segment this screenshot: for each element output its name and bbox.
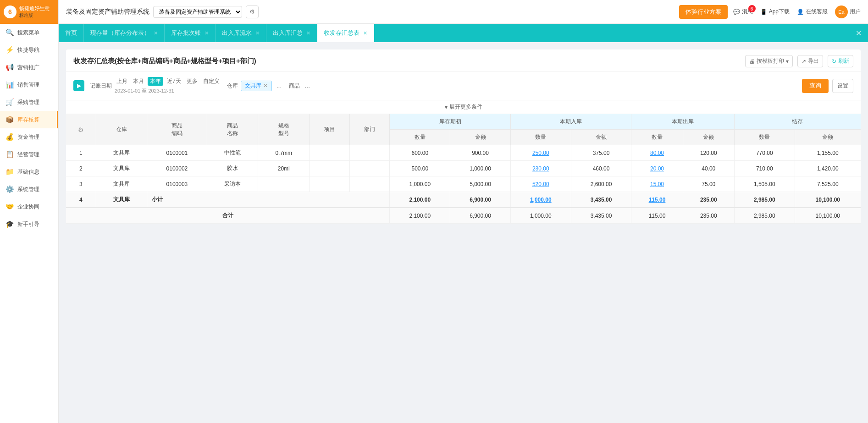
app-download-button[interactable]: 📱 App下载: [760, 8, 790, 16]
row-out-amt: 75.00: [683, 176, 734, 192]
row-in-qty[interactable]: 230.00: [510, 161, 571, 176]
row-opening-amt: 900.00: [450, 145, 511, 161]
date-btn-7days[interactable]: 近7天: [165, 77, 183, 86]
tab-in-out-flow[interactable]: 出入库流水 ✕: [216, 24, 266, 42]
row-closing-amt: 1,155.00: [795, 145, 861, 161]
row-no: 2: [66, 161, 96, 176]
th-dept: 部门: [349, 114, 390, 145]
total-closing-qty: 2,985.00: [734, 208, 795, 224]
filter-settings-button[interactable]: 设置: [832, 79, 853, 93]
row-opening-amt: 1,000.00: [450, 161, 511, 176]
date-btn-custom[interactable]: 自定义: [201, 77, 221, 86]
tab-close-in-out-flow[interactable]: ✕: [255, 30, 260, 36]
row-project: [310, 161, 350, 176]
filter-goods-section: 商品 ...: [289, 82, 312, 90]
row-closing-amt: 7,525.00: [795, 176, 861, 192]
warehouse-tag-close[interactable]: ✕: [263, 82, 268, 89]
query-button[interactable]: 查询: [802, 79, 829, 93]
inventory-icon: 📦: [6, 115, 14, 124]
messages-button[interactable]: 💬 消息 6: [733, 8, 753, 16]
refresh-button[interactable]: ↻ 刷新: [828, 55, 853, 67]
sidebar-item-system[interactable]: ⚙️ 系统管理: [0, 181, 58, 198]
date-btn-more[interactable]: 更多: [185, 77, 199, 86]
tab-close-batch-ledger[interactable]: ✕: [205, 30, 209, 36]
total-in-amt: 3,435.00: [571, 208, 631, 224]
user-menu[interactable]: Ea 用户: [835, 5, 861, 18]
sidebar-item-inventory[interactable]: 📦 库存核算: [0, 111, 58, 128]
subtotal-closing-qty: 2,985.00: [734, 192, 795, 208]
row-dept: [349, 161, 390, 176]
print-button[interactable]: 🖨 按模板打印 ▾: [745, 55, 793, 67]
th-opening: 库存期初: [390, 114, 510, 130]
demo-button[interactable]: 体验行业方案: [679, 5, 728, 19]
page-card: 收发存汇总表(按仓库+商品编码+商品+规格型号+项目+部门) 🖨 按模板打印 ▾…: [66, 49, 861, 224]
subtotal-in-qty[interactable]: 1,000.00: [510, 192, 571, 208]
total-closing-amt: 10,100.00: [795, 208, 861, 224]
row-opening-qty: 600.00: [390, 145, 450, 161]
subtotal-out-qty[interactable]: 115.00: [631, 192, 683, 208]
tab-in-out-summary[interactable]: 出入库汇总 ✕: [266, 24, 317, 42]
tab-recv-send-summary[interactable]: 收发存汇总表 ✕: [317, 24, 374, 42]
sidebar-item-sales[interactable]: 📊 销售管理: [0, 76, 58, 93]
message-icon: 💬: [733, 9, 740, 15]
sidebar-label-inventory: 库存核算: [17, 116, 39, 124]
sidebar-item-basic[interactable]: 📁 基础信息: [0, 163, 58, 181]
tab-close-in-out-summary[interactable]: ✕: [306, 30, 310, 36]
subtotal-opening-qty: 2,100.00: [390, 192, 450, 208]
logo-icon: 6: [4, 5, 17, 18]
date-btn-this-year[interactable]: 本年: [148, 77, 163, 86]
sidebar-item-quick[interactable]: ⚡ 快捷导航: [0, 41, 58, 59]
total-out-amt: 235.00: [683, 208, 734, 224]
tab-stock-dist[interactable]: 现存量（库存分布表） ✕: [84, 24, 165, 42]
gear-button[interactable]: ⚙: [246, 5, 259, 18]
tab-close-stock-dist[interactable]: ✕: [154, 30, 158, 36]
sidebar-item-search[interactable]: 🔍 搜索菜单: [0, 24, 58, 41]
total-in-qty: 1,000.00: [510, 208, 571, 224]
row-closing-qty: 770.00: [734, 145, 795, 161]
expand-more-button[interactable]: ▾ 展开更多条件: [445, 103, 482, 111]
tab-close-recv-send-summary[interactable]: ✕: [363, 30, 367, 36]
th-setting[interactable]: ⚙: [66, 114, 96, 145]
export-button[interactable]: ↗ 导出: [797, 55, 823, 67]
warehouse-dots[interactable]: ...: [275, 82, 284, 89]
sidebar-item-guide[interactable]: 🎓 新手引导: [0, 215, 58, 233]
page-title: 收发存汇总表(按仓库+商品编码+商品+规格型号+项目+部门): [73, 57, 256, 66]
date-range: 2023-01-01 至 2023-12-31: [115, 88, 174, 94]
system-icon: ⚙️: [6, 185, 14, 193]
row-out-qty[interactable]: 20.00: [631, 161, 683, 176]
filter-toggle-button[interactable]: ▶: [73, 80, 84, 91]
row-in-qty[interactable]: 250.00: [510, 145, 571, 161]
system-select[interactable]: 装备及固定资产辅助管理系统: [153, 6, 242, 18]
row-out-qty[interactable]: 80.00: [631, 145, 683, 161]
sidebar-item-enterprise[interactable]: 🤝 企业协同: [0, 198, 58, 215]
sidebar-item-marketing[interactable]: 📢 营销推广: [0, 59, 58, 76]
page-header-actions: 🖨 按模板打印 ▾ ↗ 导出 ↻ 刷新: [745, 55, 853, 67]
support-icon: 👤: [797, 9, 804, 15]
goods-dots[interactable]: ...: [303, 82, 312, 89]
th-goods-name: 商品名称: [207, 114, 258, 145]
th-warehouse: 仓库: [96, 114, 147, 145]
filter-actions: 查询 设置: [802, 79, 853, 93]
finance-icon: 💰: [6, 133, 14, 141]
sidebar-item-purchase[interactable]: 🛒 采购管理: [0, 93, 58, 111]
warehouse-tag[interactable]: 文具库 ✕: [241, 81, 272, 91]
sidebar-label-sales: 销售管理: [17, 81, 39, 89]
filter-warehouse-section: 仓库 文具库 ✕ ...: [227, 81, 284, 91]
row-in-qty[interactable]: 520.00: [510, 176, 571, 192]
operations-icon: 📋: [6, 150, 14, 159]
table-row: 3 文具库 0100003 采访本 1,000.00 5,000.00 520.…: [66, 176, 861, 192]
total-opening-amt: 6,900.00: [450, 208, 511, 224]
table-wrap: ⚙ 仓库 商品编码 商品名称 规格型号 项目 部门 库存期初 本期入库 本期出库…: [66, 114, 861, 224]
tabbar-close-all[interactable]: ✕: [849, 29, 868, 38]
support-button[interactable]: 👤 在线客服: [797, 8, 828, 16]
date-btn-this-month[interactable]: 本月: [131, 77, 146, 86]
date-btn-last-month[interactable]: 上月: [115, 77, 129, 86]
filter-date-section: 记账日期 上月 本月 本年 近7天 更多 自定义 2023-01-01 至 20…: [90, 77, 221, 94]
sidebar-item-operations[interactable]: 📋 经营管理: [0, 146, 58, 163]
sidebar-label-basic: 基础信息: [17, 168, 39, 176]
subtotal-label: 小计: [147, 192, 390, 208]
row-out-qty[interactable]: 15.00: [631, 176, 683, 192]
sidebar-item-finance[interactable]: 💰 资金管理: [0, 128, 58, 146]
tab-batch-ledger[interactable]: 库存批次账 ✕: [165, 24, 216, 42]
tab-home[interactable]: 首页: [59, 24, 84, 42]
